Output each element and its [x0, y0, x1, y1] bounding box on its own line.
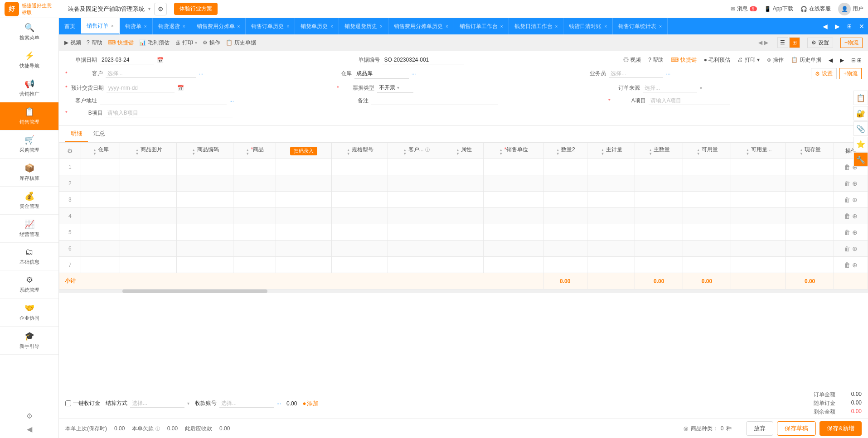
- row-3-delete-btn[interactable]: 🗑: [844, 196, 850, 203]
- tab-more-btn[interactable]: ⊞: [844, 18, 855, 34]
- row-2-delete-btn[interactable]: 🗑: [844, 180, 850, 187]
- code-input[interactable]: [383, 56, 464, 64]
- sidebar-item-inventory[interactable]: 📦 库存核算: [0, 159, 58, 187]
- toolbar-print2-label[interactable]: 🖨 打印 ▾: [737, 56, 760, 64]
- col-settings[interactable]: ⚙: [59, 143, 81, 159]
- settings-panel-btn[interactable]: ⚙ 设置: [807, 38, 833, 48]
- tab-sales-stats[interactable]: 销售订单统计表 ×: [613, 18, 668, 34]
- tab-daily-reconcile-close[interactable]: ×: [604, 24, 607, 29]
- row-1-custcode[interactable]: [388, 159, 444, 175]
- row-1-product[interactable]: [233, 159, 276, 175]
- view-list-btn[interactable]: ☰: [777, 37, 788, 48]
- tab-detail[interactable]: 明细: [65, 126, 88, 142]
- order-source-input[interactable]: [643, 84, 697, 92]
- col-attribute[interactable]: ▲▼ 属性: [444, 143, 484, 159]
- row-1-code[interactable]: [177, 159, 233, 175]
- calendar-icon[interactable]: 📅: [157, 57, 164, 63]
- add-logistics-right-btn[interactable]: +物流: [839, 68, 862, 79]
- tab-sales-expense[interactable]: 销售费用分摊单 ×: [191, 18, 246, 34]
- sidebar-item-operations[interactable]: 📈 经营管理: [0, 215, 58, 243]
- toolbar-print[interactable]: 🖨 打印 ▾: [175, 39, 197, 47]
- app-download-btn[interactable]: 📱 App下载: [764, 5, 793, 13]
- scan-btn[interactable]: 扫码录入: [290, 147, 317, 155]
- toolbar-shortcut2-label[interactable]: ⌨ 快捷键: [671, 56, 696, 64]
- tab-daily-workbench[interactable]: 钱货日清工作台 ×: [509, 18, 564, 34]
- next-record-btn[interactable]: ▶: [764, 39, 768, 46]
- sidebar-collapse-btn[interactable]: ◀: [27, 425, 32, 433]
- tab-sales-workbench[interactable]: 销售订单工作台 ×: [454, 18, 509, 34]
- tab-sales-return-close[interactable]: ×: [183, 24, 185, 29]
- tab-sales-expense-close[interactable]: ×: [238, 24, 240, 29]
- tab-sales-order-close[interactable]: ×: [111, 24, 114, 29]
- discard-btn[interactable]: 放弃: [746, 421, 773, 436]
- delivery-input[interactable]: [107, 84, 175, 92]
- col-main-qty[interactable]: ▲▼ 主数量: [635, 143, 683, 159]
- system-dropdown-arrow[interactable]: ▾: [148, 6, 150, 11]
- add-logistics-btn[interactable]: +物流: [840, 38, 863, 48]
- col-scan[interactable]: 扫码录入: [276, 143, 331, 159]
- save-new-btn[interactable]: 保存&新增: [820, 421, 862, 436]
- industry-btn[interactable]: 体验行业方案: [174, 3, 218, 15]
- address-input[interactable]: [100, 96, 227, 105]
- tab-sales-invoice[interactable]: 销货单 ×: [120, 18, 153, 34]
- sidebar-settings-icon[interactable]: ⚙: [26, 412, 33, 420]
- row-1-attr[interactable]: [444, 159, 484, 175]
- row-6-delete-btn[interactable]: 🗑: [844, 245, 850, 252]
- row-1-spec[interactable]: [331, 159, 388, 175]
- tab-prev-btn[interactable]: ◀: [819, 18, 831, 34]
- tab-sales-stats-close[interactable]: ×: [659, 24, 662, 29]
- tab-daily-reconcile[interactable]: 钱货日清对账 ×: [563, 18, 613, 34]
- tab-summary[interactable]: 汇总: [88, 126, 111, 142]
- row-5-copy-btn[interactable]: ⊕: [852, 229, 858, 236]
- scrollbar-thumb[interactable]: [122, 289, 267, 293]
- row-5-delete-btn[interactable]: 🗑: [844, 229, 850, 236]
- warehouse-more-btn[interactable]: ···: [412, 71, 416, 77]
- view-toggle[interactable]: ⊟ ⊞: [851, 57, 862, 63]
- col-available[interactable]: ▲▼ 可用量: [683, 143, 731, 159]
- col-available2[interactable]: ▲▼ 可用量...: [731, 143, 786, 159]
- settings-right-btn[interactable]: ⚙ 设置: [811, 68, 837, 79]
- invoice-select[interactable]: 不开票 ▾: [377, 83, 413, 93]
- toolbar-history[interactable]: 📋 历史单据: [226, 39, 256, 47]
- col-qty2[interactable]: ▲▼ 数量2: [543, 143, 587, 159]
- toolbar-video[interactable]: ▶ 视频: [64, 39, 81, 47]
- row-1-warehouse[interactable]: [81, 159, 120, 175]
- tab-invoice-history[interactable]: 销货单历史 ×: [295, 18, 339, 34]
- user-avatar-area[interactable]: 👤 用户: [838, 3, 863, 15]
- row-7-delete-btn[interactable]: 🗑: [844, 261, 850, 269]
- row-6-copy-btn[interactable]: ⊕: [852, 245, 858, 252]
- toolbar-hist2-label[interactable]: 📋 历史单据: [791, 56, 821, 64]
- b-project-input[interactable]: [106, 109, 233, 117]
- row-1-delete-btn[interactable]: 🗑: [844, 164, 850, 171]
- tab-return-history[interactable]: 销货退货历史 ×: [339, 18, 388, 34]
- payment-add-btn[interactable]: ● 添加: [302, 399, 319, 408]
- tab-home[interactable]: 首页: [59, 18, 81, 34]
- toolbar-profit2-label[interactable]: ● 毛利预估: [704, 56, 731, 64]
- col-sales-unit[interactable]: ▲▼ *销售单位: [483, 143, 543, 159]
- sidebar-item-collab[interactable]: 🤝 企业协同: [0, 298, 58, 327]
- col-main-unit[interactable]: ▲▼ 主计量: [587, 143, 635, 159]
- row-4-delete-btn[interactable]: 🗑: [844, 212, 850, 220]
- account-input[interactable]: [219, 399, 274, 408]
- tab-expense-history[interactable]: 销售费用分摊单历史 ×: [388, 18, 454, 34]
- row-7-copy-btn[interactable]: ⊕: [852, 261, 858, 269]
- toolbar-help[interactable]: ? 帮助: [87, 39, 102, 47]
- view-grid-btn[interactable]: ⊞: [789, 37, 800, 48]
- right-icon-3[interactable]: 📎: [853, 121, 868, 136]
- row-1-mainqty[interactable]: [635, 159, 683, 175]
- salesperson-more-btn[interactable]: ···: [666, 71, 670, 77]
- tab-sales-return[interactable]: 销货退货 ×: [153, 18, 191, 34]
- toolbar-profit[interactable]: 📊 毛利预估: [139, 39, 170, 47]
- row-1-unit[interactable]: [483, 159, 543, 175]
- tab-close-all-btn[interactable]: ✕: [855, 18, 868, 34]
- sidebar-item-marketing[interactable]: 📢 营销推广: [0, 74, 58, 102]
- toolbar-operation[interactable]: ⚙ 操作: [203, 39, 220, 47]
- account-more-btn[interactable]: ···: [276, 400, 281, 407]
- right-icon-5[interactable]: 🔧: [853, 152, 868, 167]
- address-more-btn[interactable]: ···: [229, 98, 234, 104]
- date-input[interactable]: [100, 56, 154, 64]
- right-icon-1[interactable]: 📋: [853, 91, 868, 105]
- col-spec[interactable]: ▲▼ 规格型号: [331, 143, 388, 159]
- col-product-img[interactable]: ▲▼ 商品图片: [120, 143, 177, 159]
- prev-record-btn[interactable]: ◀: [758, 39, 762, 46]
